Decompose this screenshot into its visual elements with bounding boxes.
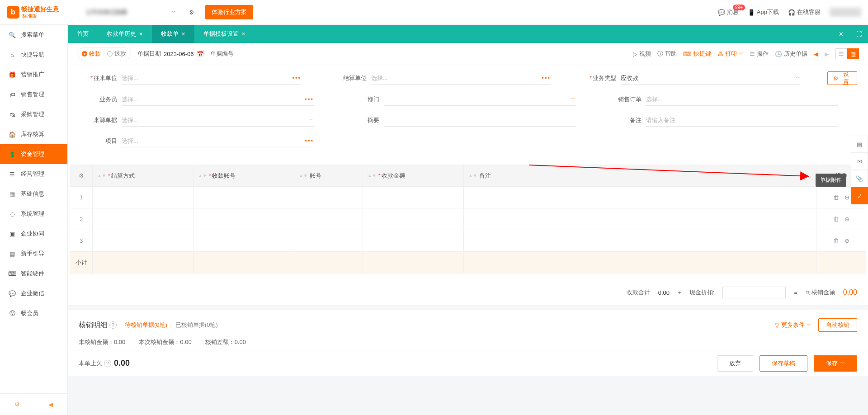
messages-link[interactable]: 💬 消息 99+ <box>718 8 739 16</box>
auto-writeoff-button[interactable]: 自动核销 <box>818 318 857 332</box>
writeoff-tab-pending[interactable]: 待核销单据(0笔) <box>125 321 167 329</box>
delete-icon[interactable]: 🗑 <box>833 194 839 201</box>
sidebar-item-hardware[interactable]: ⌨智能硬件 <box>0 264 67 283</box>
video-link[interactable]: ▷视频 <box>633 50 651 58</box>
rail-btn-1[interactable]: ▤ <box>851 136 868 153</box>
cell[interactable] <box>193 208 294 230</box>
save-draft-button[interactable]: 保存草稿 <box>760 355 807 372</box>
more-icon[interactable]: ••• <box>292 75 301 81</box>
partner-input[interactable]: 选择...••• <box>122 72 301 85</box>
col-amount[interactable]: ▲▼*收款金额 <box>363 165 463 187</box>
delete-icon[interactable]: 🗑 <box>833 216 839 222</box>
col-account[interactable]: ▲▼*收款账号 <box>193 165 294 187</box>
collapse-icon[interactable]: ◀ <box>48 401 53 408</box>
fullscreen-button[interactable]: ⛶ <box>850 31 868 38</box>
settle-unit-input[interactable]: 选择...••• <box>371 72 551 85</box>
cell[interactable] <box>363 208 463 230</box>
remark-input[interactable]: 请输入备注 <box>646 114 838 127</box>
sidebar-item-quicknav[interactable]: ⌂快捷导航 <box>0 45 67 65</box>
add-row-icon[interactable]: ⊕ <box>844 194 849 201</box>
online-service-link[interactable]: 🎧 在线客服 <box>788 8 821 16</box>
doc-date-field[interactable]: 单据日期 2023-06-06 📅 <box>137 50 204 58</box>
add-row-icon[interactable]: ⊕ <box>844 216 849 222</box>
sidebar-item-corp[interactable]: ▣企业协同 <box>0 224 67 244</box>
discount-input[interactable] <box>722 287 786 298</box>
tab-home[interactable]: 首页 <box>68 25 98 43</box>
cell[interactable] <box>464 208 816 230</box>
save-button[interactable]: 保存﹀ <box>814 355 857 372</box>
cell[interactable] <box>464 230 816 252</box>
sidebar-item-operation[interactable]: ☰经营管理 <box>0 164 67 184</box>
close-icon[interactable]: ✕ <box>139 31 143 37</box>
rail-btn-2[interactable]: ✉ <box>851 153 868 170</box>
add-row-icon[interactable]: ⊕ <box>844 237 849 244</box>
help-icon[interactable]: ? <box>109 321 117 329</box>
sidebar-item-guide[interactable]: ▤新手引导 <box>0 244 67 264</box>
col-acctno[interactable]: ▲▼账号 <box>294 165 363 187</box>
cell[interactable] <box>93 187 193 208</box>
close-icon[interactable]: ✕ <box>241 31 245 37</box>
sidebar-item-basic[interactable]: ▦基础信息 <box>0 184 67 204</box>
sidebar-item-marketing[interactable]: 🎁营销推广 <box>0 65 67 85</box>
org-settings-button[interactable]: ⚙ <box>184 5 199 19</box>
tab-receipt[interactable]: 收款单✕ <box>152 25 194 43</box>
next-doc-button[interactable]: ▶ <box>825 51 829 57</box>
more-icon[interactable]: ••• <box>305 96 314 103</box>
more-icon[interactable]: ••• <box>542 75 551 81</box>
salesman-input[interactable]: 选择...••• <box>122 93 314 106</box>
abandon-button[interactable]: 放弃 <box>717 355 753 372</box>
cell[interactable] <box>294 187 363 208</box>
biz-type-select[interactable]: 应收款﹀ <box>621 72 800 85</box>
help-icon[interactable]: ? <box>104 360 111 367</box>
cell[interactable] <box>93 230 193 252</box>
cell[interactable] <box>93 208 193 230</box>
view-list-button[interactable]: ☰ <box>835 48 847 59</box>
cell[interactable] <box>193 187 294 208</box>
help-link[interactable]: ⓘ帮助 <box>657 50 677 58</box>
print-link[interactable]: 🖶打印﹀ <box>717 50 743 58</box>
rail-attachment-button[interactable]: 📎 <box>851 170 868 187</box>
prev-doc-button[interactable]: ◀ <box>814 51 818 57</box>
sidebar-item-purchase[interactable]: 🛍采购管理 <box>0 104 67 124</box>
org-selector[interactable]: 公司名称已隐藏 ﹀ <box>81 5 181 19</box>
delete-icon[interactable]: 🗑 <box>833 237 839 244</box>
cell[interactable] <box>464 187 816 208</box>
col-settle-method[interactable]: ▲▼*结算方式 <box>93 165 193 187</box>
sidebar-item-wechat[interactable]: 💬企业微信 <box>0 283 67 303</box>
more-icon[interactable]: ••• <box>305 137 314 144</box>
shortcut-link[interactable]: ⌨快捷键 <box>683 50 711 58</box>
operate-link[interactable]: ☰操作 <box>750 50 769 58</box>
cell[interactable] <box>363 187 463 208</box>
tab-history[interactable]: 收款单历史✕ <box>98 25 152 43</box>
sidebar-item-sales[interactable]: 🏷销售管理 <box>0 85 67 104</box>
dept-select[interactable]: ﹀ <box>384 93 576 106</box>
cell[interactable] <box>363 230 463 252</box>
sidebar-item-system[interactable]: ◌系统管理 <box>0 204 67 224</box>
more-conditions-link[interactable]: ▽更多条件﹀ <box>775 321 811 329</box>
summary-input[interactable] <box>384 114 576 127</box>
table-row[interactable]: 1🗑⊕ <box>70 187 866 208</box>
trial-button[interactable]: 体验行业方案 <box>205 5 253 19</box>
project-input[interactable]: 选择...••• <box>122 135 314 147</box>
sidebar-item-funds[interactable]: 💲资金管理 <box>0 144 67 164</box>
view-form-button[interactable]: ▦ <box>847 48 859 59</box>
tab-template[interactable]: 单据模板设置✕ <box>194 25 255 43</box>
radio-refund[interactable]: 退款 <box>107 50 126 58</box>
tab-close-button[interactable]: ✕ <box>832 31 850 38</box>
close-icon[interactable]: ✕ <box>181 31 185 37</box>
cell[interactable] <box>193 230 294 252</box>
radio-receive[interactable]: 收款 <box>82 50 101 58</box>
sidebar-item-search[interactable]: 🔍搜索菜单 <box>0 25 67 45</box>
table-row[interactable]: 3🗑⊕ <box>70 230 866 252</box>
sidebar-item-inventory[interactable]: 🏠库存核算 <box>0 124 67 144</box>
user-area[interactable] <box>830 8 861 17</box>
writeoff-tab-done[interactable]: 已核销单据(0笔) <box>175 321 218 329</box>
col-remark[interactable]: ▲▼备注 <box>464 165 816 187</box>
rail-expand-button[interactable]: ⤢ <box>851 187 868 204</box>
settings-icon[interactable]: ⚙ <box>14 401 20 408</box>
source-select[interactable]: 选择...﹀ <box>122 114 314 127</box>
sales-order-input[interactable]: 选择... <box>646 93 838 106</box>
sidebar-item-vip[interactable]: Ⓥ畅会员 <box>0 303 67 323</box>
doc-number-field[interactable]: 单据编号 <box>210 50 234 58</box>
table-row[interactable]: 2🗑⊕ <box>70 208 866 230</box>
